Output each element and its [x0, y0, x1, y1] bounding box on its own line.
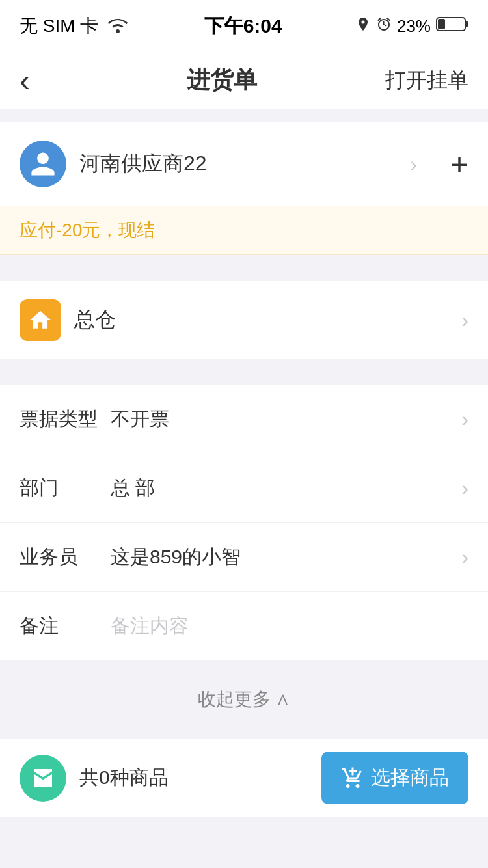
- content-area: [0, 817, 488, 868]
- location-icon: [355, 16, 371, 36]
- remark-label: 备注: [20, 613, 111, 640]
- salesperson-row[interactable]: 业务员 这是859的小智 ›: [0, 523, 488, 592]
- department-row[interactable]: 部门 总 部 ›: [0, 454, 488, 523]
- page-title: 进货单: [187, 64, 257, 96]
- alert-text: 应付-20元，现结: [20, 220, 155, 240]
- alarm-icon: [376, 16, 392, 36]
- divider-3: [0, 359, 488, 372]
- department-chevron-icon: ›: [461, 476, 468, 500]
- department-label: 部门: [20, 475, 111, 502]
- salesperson-label: 业务员: [20, 544, 111, 571]
- invoice-type-chevron-icon: ›: [461, 407, 468, 431]
- product-count: 共0种商品: [79, 765, 321, 791]
- remark-input[interactable]: 备注内容: [111, 613, 468, 640]
- invoice-type-row[interactable]: 票据类型 不开票 ›: [0, 385, 488, 454]
- nav-bar: ‹ 进货单 打开挂单: [0, 52, 488, 109]
- supplier-row[interactable]: 河南供应商22 › +: [0, 122, 488, 206]
- status-bar: 无 SIM 卡 下午6:04 23%: [0, 0, 488, 52]
- battery-icon: [436, 16, 468, 36]
- warehouse-name: 总仓: [74, 306, 461, 334]
- supplier-chevron-icon: ›: [410, 152, 417, 176]
- status-right: 23%: [355, 16, 468, 36]
- bottom-bar: 共0种商品 选择商品: [0, 739, 488, 817]
- warehouse-section: 总仓 ›: [0, 281, 488, 359]
- collapse-button[interactable]: 收起更多 ∧: [0, 673, 488, 726]
- collapse-label: 收起更多 ∧: [198, 687, 291, 712]
- form-section: 票据类型 不开票 › 部门 总 部 › 业务员 这是859的小智 › 备注 备注…: [0, 385, 488, 660]
- remark-row[interactable]: 备注 备注内容: [0, 592, 488, 660]
- select-product-button[interactable]: 选择商品: [321, 752, 468, 804]
- divider-2: [0, 255, 488, 268]
- carrier-label: 无 SIM 卡: [20, 14, 98, 38]
- open-pending-button[interactable]: 打开挂单: [385, 66, 468, 95]
- status-left: 无 SIM 卡: [20, 14, 131, 38]
- invoice-type-value: 不开票: [111, 406, 461, 433]
- wifi-icon: [105, 15, 131, 38]
- warehouse-icon: [20, 299, 61, 341]
- salesperson-chevron-icon: ›: [461, 545, 468, 569]
- warehouse-chevron-icon: ›: [461, 308, 468, 332]
- supplier-name: 河南供应商22: [79, 150, 410, 178]
- alert-banner: 应付-20元，现结: [0, 206, 488, 255]
- invoice-type-label: 票据类型: [20, 406, 111, 433]
- department-value: 总 部: [111, 475, 461, 502]
- divider-1: [0, 109, 488, 122]
- svg-rect-2: [438, 19, 445, 29]
- salesperson-value: 这是859的小智: [111, 544, 461, 571]
- back-button[interactable]: ‹: [20, 62, 59, 98]
- supplier-avatar: [20, 141, 66, 187]
- svg-rect-1: [465, 21, 468, 27]
- supplier-section: 河南供应商22 › + 应付-20元，现结: [0, 122, 488, 255]
- cart-add-icon: [341, 766, 364, 790]
- warehouse-row[interactable]: 总仓 ›: [0, 281, 488, 359]
- time-label: 下午6:04: [204, 13, 282, 40]
- product-icon: [20, 755, 66, 802]
- select-product-label: 选择商品: [371, 765, 449, 791]
- add-supplier-button[interactable]: +: [437, 146, 468, 182]
- battery-label: 23%: [397, 16, 431, 36]
